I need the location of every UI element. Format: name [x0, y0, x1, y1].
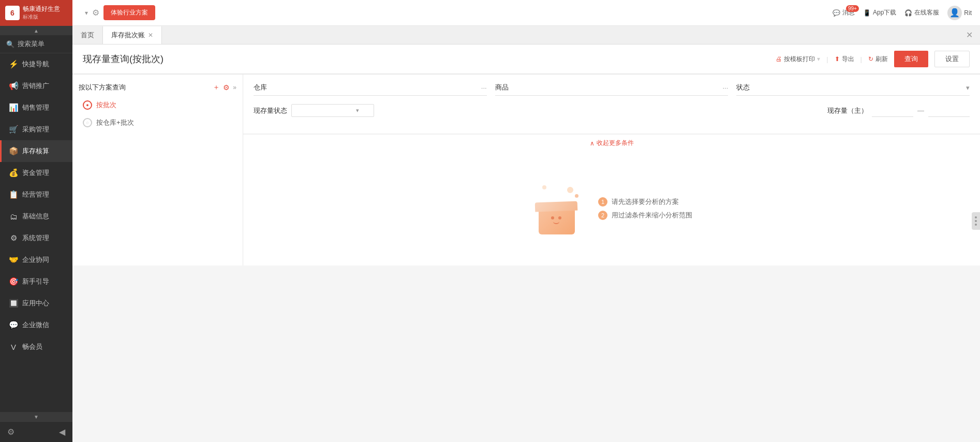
- status-field: 状态 ▾: [736, 83, 970, 96]
- filter-panel-title: 按以下方案查询: [79, 83, 126, 92]
- print-icon: 🖨: [776, 55, 782, 63]
- eye-left: [551, 216, 554, 219]
- sidebar-header: 6 畅康通好生意 标准版: [0, 0, 72, 26]
- scroll-down-btn[interactable]: ▼: [0, 412, 72, 421]
- search-menu-item[interactable]: 🔍 搜索菜单: [0, 35, 72, 53]
- toggle-dot: [975, 220, 977, 222]
- filter-row-2: 现存量状态 ▾ 现存量（主） —: [254, 104, 970, 117]
- export-icon: ⬆: [835, 55, 840, 63]
- purchase-icon: 🛒: [9, 125, 18, 134]
- topbar-left: ▾ ⚙ 体验行业方案: [81, 5, 827, 20]
- divider1: |: [826, 55, 828, 63]
- filter-collapse-icon[interactable]: »: [233, 84, 236, 91]
- sidebar-item-sales[interactable]: 📊 销售管理: [0, 97, 72, 119]
- topbar: ▾ ⚙ 体验行业方案 💬 消息 99+ 📱 App下载 🎧 在线客服 👤 Rit: [72, 0, 980, 26]
- filter-option-label: 按仓库+批次: [96, 118, 134, 127]
- scroll-up-btn[interactable]: ▲: [0, 26, 72, 35]
- stock-status-label: 现存量状态: [254, 106, 287, 115]
- sidebar-item-wechat[interactable]: 💬 企业微信: [0, 314, 72, 336]
- tab-close-icon[interactable]: ✕: [148, 32, 153, 39]
- sidebar-item-appstore[interactable]: 🔲 应用中心: [0, 292, 72, 314]
- sidebar-item-quicknav[interactable]: ⚡ 快捷导航: [0, 53, 72, 75]
- eyes: [551, 216, 561, 219]
- collapse-label: 收起更多条件: [597, 139, 634, 148]
- refresh-icon: ↻: [868, 55, 873, 63]
- online-service-btn[interactable]: 🎧 在线客服: [904, 8, 939, 17]
- main-area: ▾ ⚙ 体验行业方案 💬 消息 99+ 📱 App下载 🎧 在线客服 👤 Rit: [72, 0, 980, 442]
- sidebar-footer: ⚙ ◀: [0, 421, 72, 442]
- sidebar-item-marketing[interactable]: 📢 营销推广: [0, 75, 72, 97]
- sidebar-item-guide[interactable]: 🎯 新手引导: [0, 271, 72, 292]
- export-btn[interactable]: ⬆ 导出: [835, 55, 854, 64]
- appstore-icon: 🔲: [9, 299, 18, 308]
- topbar-dropdown-icon[interactable]: ▾: [85, 9, 88, 17]
- collab-icon: 🤝: [9, 255, 18, 264]
- sidebar-item-basic[interactable]: 🗂 基础信息: [0, 205, 72, 227]
- tabbar: 首页 库存批次账 ✕ ✕: [72, 26, 980, 45]
- body-layout: 按以下方案查询 ＋ ⚙ » ● 按批次 ○ 按仓库+批次: [72, 74, 980, 266]
- topbar-gear-icon[interactable]: ⚙: [92, 8, 99, 18]
- sidebar-nav: ⚡ 快捷导航 📢 营销推广 📊 销售管理 🛒 采购管理 📦 库存核算 💰 资金管…: [0, 53, 72, 412]
- brand-logo: 6: [5, 6, 20, 20]
- print-dropdown-icon[interactable]: ▾: [817, 55, 820, 63]
- sidebar-item-vip[interactable]: V 畅会员: [0, 336, 72, 358]
- vip-icon: V: [9, 342, 18, 351]
- status-chevron-icon[interactable]: ▾: [966, 84, 970, 92]
- tab-batch-account[interactable]: 库存批次账 ✕: [103, 26, 162, 44]
- collapse-more-btn[interactable]: ∧ 收起更多条件: [243, 134, 980, 152]
- right-panel-toggle[interactable]: [972, 212, 980, 230]
- stock-amount-from[interactable]: [872, 105, 913, 117]
- warehouse-dots-icon[interactable]: ···: [481, 84, 487, 92]
- warehouse-input[interactable]: [271, 84, 477, 92]
- product-input[interactable]: [513, 84, 719, 92]
- sidebar-item-collab[interactable]: 🤝 企业协同: [0, 249, 72, 271]
- stock-amount-label: 现存量（主）: [827, 106, 868, 115]
- sidebar-item-system[interactable]: ⚙ 系统管理: [0, 227, 72, 249]
- search-icon: 🔍: [6, 40, 14, 48]
- query-btn[interactable]: 查询: [894, 51, 928, 67]
- settings-btn[interactable]: 设置: [934, 51, 970, 67]
- product-dots-icon[interactable]: ···: [723, 84, 729, 92]
- refresh-btn[interactable]: ↻ 刷新: [868, 55, 888, 64]
- filter-panel-header: 按以下方案查询 ＋ ⚙ »: [72, 81, 243, 96]
- empty-tips: 1 请先选择要分析的方案 2 用过滤条件来缩小分析范围: [598, 197, 692, 220]
- print-btn[interactable]: 🖨 按模板打印 ▾: [776, 55, 820, 64]
- user-menu[interactable]: 👤 Rit: [947, 6, 972, 20]
- tab-panel-close-btn[interactable]: ✕: [959, 30, 980, 40]
- tip-num-2: 2: [598, 211, 607, 220]
- filter-form: 仓库 ··· 商品 ··· 状态: [243, 75, 980, 134]
- sidebar-item-label: 企业协同: [22, 255, 49, 264]
- filter-gear-icon[interactable]: ⚙: [223, 83, 230, 92]
- message-btn[interactable]: 💬 消息 99+: [833, 8, 855, 17]
- sidebar-item-label: 基础信息: [22, 212, 49, 221]
- star1: [567, 187, 573, 193]
- tip-text-2: 用过滤条件来缩小分析范围: [612, 211, 692, 220]
- brand-name: 畅康通好生意: [23, 5, 60, 13]
- sidebar-item-operation[interactable]: 📋 经营管理: [0, 184, 72, 205]
- footer-settings-icon[interactable]: ⚙: [7, 427, 14, 437]
- filter-option-by-warehouse-batch[interactable]: ○ 按仓库+批次: [72, 114, 243, 131]
- filter-option-icon-active: ●: [83, 100, 92, 110]
- sidebar-item-inventory[interactable]: 📦 库存核算: [0, 140, 72, 162]
- divider2: |: [860, 55, 862, 63]
- sidebar-item-purchase[interactable]: 🛒 采购管理: [0, 119, 72, 140]
- headset-icon: 🎧: [904, 9, 912, 17]
- toggle-dot: [975, 216, 977, 218]
- topbar-right: 💬 消息 99+ 📱 App下载 🎧 在线客服 👤 Rit: [833, 6, 972, 20]
- range-dash: —: [917, 107, 924, 114]
- sidebar-item-label: 系统管理: [22, 233, 49, 243]
- stock-status-select[interactable]: ▾: [291, 104, 374, 117]
- experience-btn[interactable]: 体验行业方案: [103, 5, 155, 20]
- empty-illustration: [531, 183, 583, 234]
- sidebar-item-label: 经营管理: [22, 190, 49, 199]
- filter-add-icon[interactable]: ＋: [213, 83, 220, 92]
- filter-option-by-batch[interactable]: ● 按批次: [72, 96, 243, 114]
- mouth: [553, 222, 559, 224]
- sidebar-item-finance[interactable]: 💰 资金管理: [0, 162, 72, 184]
- tab-home-label: 首页: [81, 31, 94, 40]
- stock-amount-to[interactable]: [928, 105, 970, 117]
- tab-home[interactable]: 首页: [72, 26, 103, 44]
- footer-collapse-icon[interactable]: ◀: [59, 427, 65, 437]
- status-label: 状态: [736, 83, 750, 92]
- app-download-btn[interactable]: 📱 App下载: [863, 8, 896, 17]
